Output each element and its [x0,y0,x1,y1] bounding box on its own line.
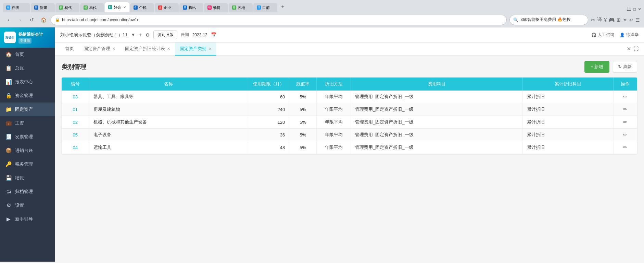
tab-close-icon[interactable]: ✕ [112,47,115,51]
edit-btn[interactable]: ✏ [623,119,628,125]
browser-tab[interactable]: 各 各地 [229,3,253,12]
grid-icon[interactable]: ⊞ [617,17,621,23]
cell-residual: 5% [289,129,317,141]
col-residual: 残值率 [289,77,317,91]
tab-panel-close-btn[interactable]: ✕ [627,46,631,51]
sidebar-item-invoice[interactable]: 🧾 发票管理 [0,130,55,144]
game-icon[interactable]: 🎮 [609,17,615,23]
browser-tab[interactable]: 腾 腾讯 [179,3,203,12]
cell-period: 36 [248,129,289,141]
browser-tab[interactable]: 个 个税 [130,3,154,12]
browser-tab[interactable]: 目 目前 [253,3,277,12]
tab-close-icon[interactable]: ✕ [167,47,170,51]
tab-close-icon[interactable]: ✕ [209,47,212,51]
col-accumulated: 累计折旧科目 [523,77,613,91]
search-icon: 🔍 [513,17,518,22]
add-account-btn[interactable]: + [139,32,142,38]
inventory-icon: 📦 [5,147,12,154]
browser-tab[interactable]: 企 企业 [155,3,179,12]
search-input[interactable]: 🔍 360智能抠图免费用 🔥热搜 [509,15,588,25]
browser-tab-active[interactable]: 好 好会 ✕ [105,2,129,12]
calendar-icon[interactable]: 📅 [211,32,216,37]
consult-btn[interactable]: 🎧 人工咨询 [591,32,614,38]
sidebar-item-fixed[interactable]: 📁 固定资产 [0,103,55,116]
brightness-icon[interactable]: ☀ [623,17,627,23]
translate-icon[interactable]: 译 [597,17,602,23]
user-profile-btn[interactable]: 👤 徐泽华 [620,32,639,38]
cell-accumulated: 累计折旧 [523,103,613,116]
cell-id: 04 [62,141,89,154]
tab-home[interactable]: 首页 [60,43,79,56]
fund-icon: 🔒 [5,93,12,99]
browser-tab[interactable]: 易 易代 [80,3,104,12]
sidebar-item-checkout[interactable]: 💾 结账 [0,171,55,185]
invoice-icon: 🧾 [5,134,12,140]
sidebar-item-reports[interactable]: 📊 报表中心 [0,75,55,89]
cell-action: ✏ [613,103,637,116]
sidebar-item-label: 结账 [15,175,24,181]
sidebar-item-inventory[interactable]: 📦 进销台账 [0,144,55,157]
col-expense: 费用科目 [351,77,523,91]
sidebar-item-guide[interactable]: ▶ 新手引导 [0,212,55,226]
refresh-btn[interactable]: ↻ 刷新 [613,61,637,73]
table-row: 05 电子设备 36 5% 年限平均 管理费用_固定资产折旧_一级 累计折旧 ✏ [62,129,637,141]
undo-icon[interactable]: ↩ [629,17,633,23]
logo-sub: 专业版 [18,38,31,44]
account-settings-btn[interactable]: ⚙ [146,32,150,38]
browser-tab[interactable]: 易 易代 [55,3,79,12]
sidebar-item-fund[interactable]: 🔒 资金管理 [0,89,55,103]
browser-tab[interactable]: 在 在线 [3,3,30,12]
dropdown-btn[interactable]: ▼ [131,32,135,37]
new-tab-btn[interactable]: + [278,2,288,12]
tax-icon: 🔑 [5,161,12,167]
minimize-btn[interactable]: 11 [627,7,631,12]
sidebar-logo: 好会计 畅捷通好会计 专业版 [0,27,55,48]
sidebar-item-label: 进销台账 [15,147,33,154]
sidebar-item-tax[interactable]: 🔑 税务管理 [0,157,55,171]
col-method: 折旧方法 [317,77,351,91]
tab-fixed-category[interactable]: 固定资产类别 ✕ [175,43,216,56]
sidebar-item-payroll[interactable]: 💼 工资 [0,116,55,130]
edit-btn[interactable]: ✏ [623,132,628,138]
category-table: 编号 名称 使用期限（月） 残值率 折旧方法 费用科目 累计折旧科目 操作 03… [62,77,637,154]
tab-panel-expand-btn[interactable]: ⛶ [634,46,639,51]
sidebar-item-home[interactable]: 🏠 首页 [0,48,55,61]
scissors-icon[interactable]: ✂ [591,17,595,23]
close-window-btn[interactable]: ✕ [638,7,641,12]
cell-method: 年限平均 [317,141,351,154]
back-btn[interactable]: ‹ [4,15,13,24]
sidebar-item-ledger[interactable]: 📋 总账 [0,61,55,75]
cell-action: ✏ [613,91,637,103]
tab-fixed-mgmt[interactable]: 固定资产管理 ✕ [79,43,120,56]
add-btn[interactable]: + 新增 [584,61,609,73]
wallet-icon[interactable]: ¥ [604,17,607,23]
col-action: 操作 [613,77,637,91]
cell-name: 机器、机械和其他生产设备 [89,116,248,129]
maximize-btn[interactable]: □ [633,7,636,12]
edit-btn[interactable]: ✏ [623,106,628,112]
cell-name: 房屋及建筑物 [89,103,248,116]
browser-tab[interactable]: 新 新建 [31,3,55,12]
address-input[interactable]: 🔒 https://cloud.chanjet.com/accounting/u… [51,15,507,25]
fixed-icon: 📁 [5,106,12,112]
switch-version-btn[interactable]: 切到旧版 [153,31,177,39]
tab-fixed-depreciation[interactable]: 固定资产折旧统计表 ✕ [120,43,175,56]
cell-period: 120 [248,116,289,129]
edit-btn[interactable]: ✏ [623,94,628,99]
period-value: 2023-12 [192,33,207,37]
home-btn[interactable]: 🏠 [39,15,48,24]
reload-btn[interactable]: ↺ [27,15,36,24]
browser-tab[interactable]: 畅 畅提 [204,3,228,12]
sidebar-item-label: 资金管理 [15,93,33,99]
sidebar-item-archive[interactable]: 🗂 归档管理 [0,185,55,199]
menu-icon[interactable]: ☰ [635,17,640,23]
address-bar-row: ‹ › ↺ 🏠 🔒 https://cloud.chanjet.com/acco… [0,12,644,27]
user-icon: 👤 [620,33,625,37]
forward-btn[interactable]: › [16,15,25,24]
close-icon[interactable]: ✕ [123,5,126,9]
edit-btn[interactable]: ✏ [623,144,628,150]
payroll-icon: 💼 [5,120,12,126]
reports-icon: 📊 [5,79,12,85]
settings-icon: ⚙ [5,202,12,208]
sidebar-item-settings[interactable]: ⚙ 设置 [0,199,55,212]
